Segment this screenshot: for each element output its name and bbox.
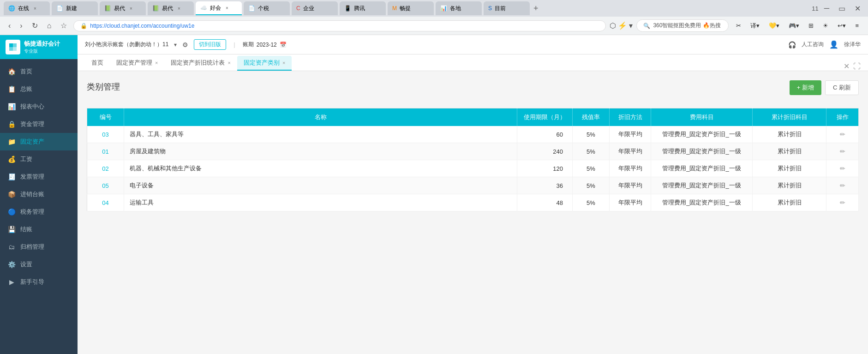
close-tab-mgmt[interactable]: × [155, 60, 158, 66]
edit-icon[interactable]: ✏ [840, 165, 845, 172]
cell-name: 机器、机械和其他生产设备 [124, 160, 517, 177]
calendar-icon[interactable]: 📅 [280, 42, 287, 48]
sidebar-item-fixed-assets[interactable]: 📁 固定资产 [0, 133, 78, 150]
bookmark-button[interactable]: ☆ [58, 19, 70, 32]
cell-action[interactable]: ✏ [826, 143, 859, 160]
cut-button[interactable]: ✂ [732, 20, 745, 31]
salary-icon: 💰 [7, 155, 16, 163]
sidebar-item-tax[interactable]: 🔵 税务管理 [0, 203, 78, 221]
period-value: 2023-12 [257, 42, 277, 48]
browser-tab-9[interactable]: M 畅提 [388, 1, 434, 15]
tab-close-1[interactable]: × [34, 6, 36, 11]
sidebar-item-ledger[interactable]: 📋 总账 [0, 80, 78, 98]
add-button[interactable]: + 新增 [790, 80, 821, 95]
sidebar-label-funds: 资金管理 [20, 120, 44, 128]
sidebar-item-inventory[interactable]: 📦 进销台账 [0, 186, 78, 203]
cell-period: 120 [517, 160, 573, 177]
sidebar-label-invoice: 发票管理 [20, 173, 44, 181]
browser-tab-2[interactable]: 📄 新建 [52, 1, 98, 15]
browser-tab-11[interactable]: S 目前 [484, 1, 530, 15]
tax-icon: 🔵 [7, 208, 16, 216]
ssl-icon: 🔒 [80, 23, 87, 29]
app-header: 刘小艳演示账套（勿删勿动！）11 ▾ ⚙ 切到旧版 | 账期 2023-12 📅… [78, 35, 868, 54]
browser-tab-10[interactable]: 📊 各地 [436, 1, 482, 15]
address-bar[interactable]: 🔒 https://cloud.chanjet.com/accounting/u… [73, 20, 606, 31]
logo-text-container: 畅捷通好会计 专业版 [24, 40, 60, 54]
browser-tab-4[interactable]: 📗 易代 × [148, 1, 194, 15]
cell-action[interactable]: ✏ [826, 194, 859, 211]
tab-close-4[interactable]: × [178, 6, 180, 11]
brightness-button[interactable]: ☀ [819, 20, 832, 31]
page-tab-category[interactable]: 固定资产类别 × [237, 56, 292, 71]
search-bar[interactable]: 🔍 360智能抠图免费用 🔥热搜 [636, 19, 729, 32]
cell-method: 年限平均 [610, 126, 651, 143]
back-button[interactable]: ‹ [6, 20, 13, 32]
close-tab-category[interactable]: × [282, 60, 285, 66]
sidebar-item-checkout[interactable]: 💾 结账 [0, 221, 78, 238]
toolbar-row: + 新增 C 刷新 [790, 80, 859, 95]
browser-tab-6[interactable]: 📄 个税 [244, 1, 290, 15]
funds-icon: 🔒 [7, 120, 16, 128]
col-header-action: 操作 [826, 108, 859, 126]
browser-tab-3[interactable]: 📗 易代 × [100, 1, 146, 15]
svg-rect-0 [9, 43, 13, 47]
avatar-icon: 👤 [829, 40, 838, 49]
browser-tab-8[interactable]: 📱 腾讯 [340, 1, 386, 15]
browser-tab-1[interactable]: 🌐 在线 × [4, 1, 50, 15]
refresh-button[interactable]: ↻ [29, 19, 41, 32]
dropdown-arrow[interactable]: ▾ [174, 42, 177, 48]
settings-gear-button[interactable]: ⚙ [182, 41, 188, 48]
edit-icon[interactable]: ✏ [840, 131, 845, 138]
cell-residual: 5% [573, 160, 610, 177]
tab-close-5[interactable]: × [226, 6, 228, 11]
sidebar-item-reports[interactable]: 📊 报表中心 [0, 98, 78, 115]
table-row: 05 电子设备 36 5% 年限平均 管理费用_固定资产折旧_一级 累计折旧 ✏ [87, 177, 859, 194]
forward-button[interactable]: › [17, 20, 25, 32]
page-tab-fixed-asset-mgmt[interactable]: 固定资产管理 × [110, 56, 164, 71]
sidebar-item-guide[interactable]: ▶ 新手引导 [0, 273, 78, 291]
cell-action[interactable]: ✏ [826, 160, 859, 177]
cell-action[interactable]: ✏ [826, 177, 859, 194]
edit-icon[interactable]: ✏ [840, 199, 845, 206]
window-close[interactable]: ✕ [851, 3, 864, 14]
sidebar-item-home[interactable]: 🏠 首页 [0, 63, 78, 80]
dropdown-icon[interactable]: ▾ [629, 21, 633, 30]
browser-tab-7[interactable]: C 企业 [292, 1, 338, 15]
sidebar-item-funds[interactable]: 🔒 资金管理 [0, 115, 78, 133]
service-label[interactable]: 人工咨询 [802, 41, 824, 48]
menu-button[interactable]: ≡ [851, 20, 862, 31]
page-tab-home[interactable]: 首页 [85, 56, 110, 71]
refresh-btn[interactable]: C 刷新 [825, 80, 859, 95]
data-table: 编号 名称 使用期限（月） 残值率 折旧方法 费用科目 累计折旧科目 操作 03… [87, 108, 859, 211]
sidebar-item-archive[interactable]: 🗂 归档管理 [0, 238, 78, 256]
cell-period: 36 [517, 177, 573, 194]
cell-id: 03 [87, 126, 124, 143]
devices-icon: ⬡ [610, 21, 616, 30]
tab-close-3[interactable]: × [130, 6, 132, 11]
cell-period: 240 [517, 143, 573, 160]
cell-action[interactable]: ✏ [826, 126, 859, 143]
browser-tab-5[interactable]: ☁️ 好会 × [196, 1, 242, 15]
close-panel-button[interactable]: ✕ [844, 62, 850, 71]
sidebar-item-invoice[interactable]: 🧾 发票管理 [0, 168, 78, 186]
sidebar-item-salary[interactable]: 💰 工资 [0, 150, 78, 168]
undo-button[interactable]: ↩▾ [834, 20, 850, 31]
invoice-icon: 🧾 [7, 173, 16, 181]
edit-icon[interactable]: ✏ [840, 182, 845, 189]
new-tab-button[interactable]: + [532, 4, 540, 13]
grid-button[interactable]: ⊞ [805, 20, 817, 31]
window-minimize[interactable]: ─ [820, 3, 833, 13]
window-restore[interactable]: ▭ [835, 3, 849, 14]
page-tab-depreciation[interactable]: 固定资产折旧统计表 × [164, 56, 237, 71]
coin-button[interactable]: 💛▾ [765, 20, 783, 31]
close-tab-depreciation[interactable]: × [227, 60, 230, 66]
home-button[interactable]: ⌂ [44, 20, 54, 32]
expand-panel-button[interactable]: ⛶ [853, 62, 861, 71]
translate-button[interactable]: 译▾ [747, 20, 763, 32]
logo-icon [6, 40, 20, 54]
switch-version-button[interactable]: 切到旧版 [194, 39, 226, 50]
game-button[interactable]: 🎮▾ [785, 20, 803, 31]
sidebar-item-settings[interactable]: ⚙️ 设置 [0, 256, 78, 273]
cell-period: 60 [517, 126, 573, 143]
edit-icon[interactable]: ✏ [840, 148, 845, 155]
